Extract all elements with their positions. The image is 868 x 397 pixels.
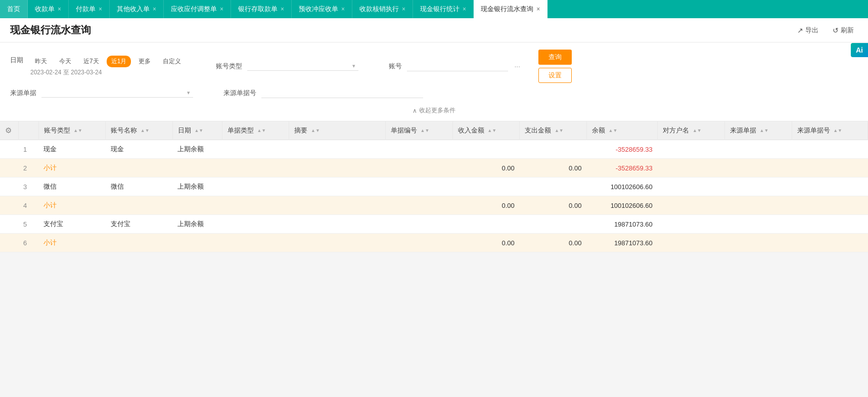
cell-source-doc [724, 196, 792, 215]
row-checkbox[interactable] [0, 215, 18, 234]
sort-icon-source-doc-no[interactable]: ▲▼ [833, 128, 842, 133]
cell-account-name: 微信 [106, 178, 173, 196]
ai-assistant-badge[interactable]: Ai [851, 43, 868, 57]
close-tab-cash-bank-stats[interactable]: × [463, 6, 466, 13]
cell-source-doc [724, 234, 792, 252]
cell-source-doc-no [792, 196, 867, 215]
date-btn-custom[interactable]: 自定义 [158, 56, 186, 67]
cell-source-doc [724, 159, 792, 178]
row-index: 5 [18, 215, 38, 234]
cell-account-type: 小计 [38, 234, 106, 252]
sort-icon-doc-no[interactable]: ▲▼ [421, 128, 430, 133]
date-btn-yesterday[interactable]: 昨天 [30, 56, 52, 67]
close-tab-ar-ap-adjust[interactable]: × [220, 6, 223, 13]
close-tab-receipt-verify[interactable]: × [402, 6, 405, 13]
nav-tab-prepay-offset[interactable]: 预收冲应收单 × [292, 0, 352, 18]
close-tab-receipts[interactable]: × [58, 6, 61, 13]
sort-icon-balance[interactable]: ▲▼ [609, 128, 618, 133]
nav-tab-ar-ap-adjust[interactable]: 应收应付调整单 × [164, 0, 231, 18]
col-doc-no: 单据编号 ▲▼ [385, 121, 452, 140]
close-tab-payments[interactable]: × [99, 6, 102, 13]
cell-doc-type [222, 196, 289, 215]
refresh-button[interactable]: ↺ 刷新 [829, 24, 858, 37]
nav-tab-cash-bank-flow[interactable]: 现金银行流水查询 × [474, 0, 547, 18]
query-button[interactable]: 查询 [538, 50, 572, 65]
row-checkbox[interactable] [0, 178, 18, 196]
table-row[interactable]: 6 小计 0.00 0.00 19871073.60 [0, 234, 868, 252]
nav-tab-other-income[interactable]: 其他收入单 × [110, 0, 164, 18]
date-filter: 日期 昨天 今天 近7天 近1月 更多 自定义 2023-02-24 至 202… [10, 56, 186, 77]
account-input[interactable] [407, 61, 508, 71]
account-type-select[interactable]: ▾ [247, 62, 358, 71]
sort-icon-date[interactable]: ▲▼ [194, 128, 203, 133]
sort-icon-source-doc[interactable]: ▲▼ [760, 128, 769, 133]
nav-tab-receipt-verify[interactable]: 收款核销执行 × [352, 0, 413, 18]
row-checkbox[interactable] [0, 159, 18, 178]
cell-balance: -3528659.33 [586, 159, 657, 178]
close-tab-prepay-offset[interactable]: × [341, 6, 345, 13]
cell-date [172, 234, 222, 252]
close-tab-bank-deposit[interactable]: × [281, 6, 284, 13]
cell-expense [520, 178, 587, 196]
export-button[interactable]: ↗ 导出 [793, 24, 823, 37]
date-btn-today[interactable]: 今天 [55, 56, 76, 67]
table-row[interactable]: 5 支付宝 支付宝 上期余额 19871073.60 [0, 215, 868, 234]
cell-source-doc [724, 215, 792, 234]
close-tab-cash-bank-flow[interactable]: × [536, 6, 540, 13]
col-account-name: 账号名称 ▲▼ [106, 121, 173, 140]
table-row[interactable]: 1 现金 现金 上期余额 -3528659.33 [0, 140, 868, 159]
cell-source-doc-no [792, 159, 867, 178]
sort-icon-doc-type[interactable]: ▲▼ [257, 128, 266, 133]
settings-button[interactable]: 设置 [538, 68, 572, 83]
date-btn-1month[interactable]: 近1月 [107, 56, 131, 67]
row-checkbox[interactable] [0, 140, 18, 159]
collapse-filters-button[interactable]: ∧ 收起更多条件 [10, 103, 858, 116]
sort-icon-income[interactable]: ▲▼ [487, 128, 496, 133]
cell-expense: 0.00 [520, 159, 587, 178]
table-row[interactable]: 2 小计 0.00 0.00 -3528659.33 [0, 159, 868, 178]
nav-tab-bank-deposit[interactable]: 银行存取款单 × [231, 0, 292, 18]
table-row[interactable]: 4 小计 0.00 0.00 100102606.60 [0, 196, 868, 215]
filter-row-2: 来源单据 ▾ 来源单据号 [10, 88, 858, 98]
nav-tab-receipts[interactable]: 收款单 × [28, 0, 69, 18]
chevron-up-icon: ∧ [413, 107, 417, 114]
nav-tab-cash-bank-stats[interactable]: 现金银行统计 × [413, 0, 474, 18]
row-checkbox[interactable] [0, 196, 18, 215]
account-filter: 账号 ··· [389, 61, 523, 71]
cell-counterparty [658, 234, 725, 252]
cell-summary [289, 196, 386, 215]
cell-income [452, 178, 520, 196]
date-btn-7days[interactable]: 近7天 [79, 56, 104, 67]
cell-balance: 100102606.60 [586, 196, 657, 215]
col-source-doc: 来源单据 ▲▼ [724, 121, 792, 140]
cell-balance: 19871073.60 [586, 215, 657, 234]
data-table: ⚙ 账号类型 ▲▼ 账号名称 ▲▼ 日期 ▲▼ 单据类型 ▲▼ [0, 121, 868, 252]
sort-icon-expense[interactable]: ▲▼ [555, 128, 564, 133]
filter-area: 日期 昨天 今天 近7天 近1月 更多 自定义 2023-02-24 至 202… [0, 42, 868, 121]
date-btn-more[interactable]: 更多 [134, 56, 155, 67]
cell-balance: 100102606.60 [586, 178, 657, 196]
nav-home[interactable]: 首页 [0, 0, 28, 18]
close-tab-other-income[interactable]: × [153, 6, 156, 13]
column-settings-icon[interactable]: ⚙ [5, 126, 12, 135]
row-index: 4 [18, 196, 38, 215]
source-doc-no-input[interactable] [261, 88, 423, 98]
sort-icon-account-type[interactable]: ▲▼ [73, 128, 82, 133]
col-settings: ⚙ [0, 121, 18, 140]
sort-icon-summary[interactable]: ▲▼ [311, 128, 320, 133]
row-checkbox[interactable] [0, 234, 18, 252]
sort-icon-account-name[interactable]: ▲▼ [141, 128, 150, 133]
row-index: 2 [18, 159, 38, 178]
table-row[interactable]: 3 微信 微信 上期余额 100102606.60 [0, 178, 868, 196]
source-doc-select[interactable]: ▾ [41, 89, 193, 98]
sort-icon-counterparty[interactable]: ▲▼ [693, 128, 702, 133]
account-dots-button[interactable]: ··· [511, 61, 523, 71]
account-label: 账号 [389, 62, 402, 71]
cell-expense [520, 215, 587, 234]
nav-tab-payments[interactable]: 付款单 × [69, 0, 110, 18]
cell-doc-type [222, 178, 289, 196]
cell-counterparty [658, 196, 725, 215]
refresh-icon: ↺ [833, 26, 839, 34]
cell-doc-no [385, 196, 452, 215]
account-type-label: 账号类型 [216, 62, 242, 71]
